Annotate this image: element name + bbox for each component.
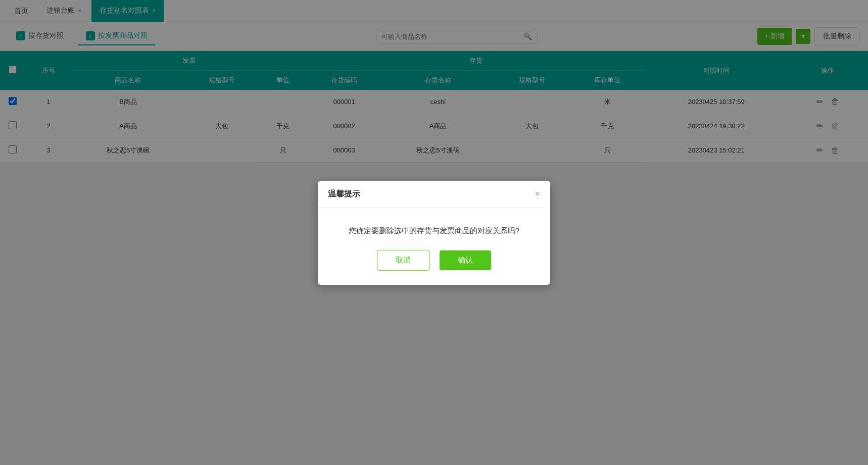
modal-overlay: 温馨提示 × 您确定要删除选中的存货与发票商品的对应关系吗? 取消 确认 [0,0,868,163]
